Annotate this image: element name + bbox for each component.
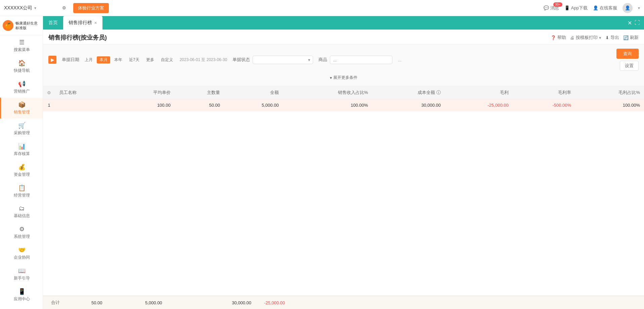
app-icon: 📱 bbox=[564, 5, 570, 10]
home-icon: 🏠 bbox=[18, 59, 26, 67]
date-tab-thismonth[interactable]: 本月 bbox=[97, 56, 110, 63]
sidebar-item-search[interactable]: ☰ 搜索菜单 bbox=[0, 35, 43, 56]
cell-sales-pct: 100.00% bbox=[283, 99, 372, 111]
goods-input[interactable] bbox=[330, 56, 392, 64]
sidebar: 🍊 畅康通好生意 标准版 ☰ 搜索菜单 🏠 快捷导航 📢 营销推广 📦 销售管理… bbox=[0, 16, 43, 309]
logo-text: 畅康通好生意 标准版 bbox=[15, 21, 38, 31]
date-tab-custom[interactable]: 自定义 bbox=[158, 56, 176, 63]
tab-home[interactable]: 首页 bbox=[43, 16, 63, 30]
sidebar-item-sales[interactable]: 📦 销售管理 bbox=[0, 98, 43, 118]
inventory-icon: 📊 bbox=[18, 143, 26, 150]
sidebar-label-appcenter: 应用中心 bbox=[14, 296, 30, 302]
message-icon: 💬 bbox=[544, 5, 549, 10]
col-cost: 成本全额 ⓘ bbox=[372, 86, 445, 99]
table-container: ⚙ 员工名称 平均单价 主数量 全额 销售收入占比% 成本全额 ⓘ 毛利 毛利率… bbox=[43, 86, 644, 296]
sidebar-label-collab: 企业协同 bbox=[14, 255, 30, 260]
col-gross: 毛利 bbox=[445, 86, 513, 99]
footer-label: 合计 bbox=[47, 300, 87, 306]
date-tab-more[interactable]: 更多 bbox=[143, 56, 157, 63]
tab-close-all-icon[interactable]: ✕ bbox=[628, 20, 632, 26]
tab-sales-ranking[interactable]: 销售排行榜 ✕ bbox=[63, 16, 102, 30]
sidebar-item-quicknav[interactable]: 🏠 快捷导航 bbox=[0, 56, 43, 77]
sidebar-label-purchase: 采购管理 bbox=[14, 130, 30, 136]
status-select[interactable] bbox=[253, 56, 313, 64]
settings-icon[interactable]: ⚙ bbox=[59, 3, 69, 13]
expand-label: 展开更多条件 bbox=[333, 75, 357, 81]
sidebar-item-basicinfo[interactable]: 🗂 基础信息 bbox=[0, 202, 43, 222]
settings-button[interactable]: 设置 bbox=[620, 61, 639, 71]
page-title: 销售排行榜(按业务员) bbox=[48, 34, 107, 42]
tab-maximize-icon[interactable]: ⛶ bbox=[635, 20, 640, 26]
company-name: XXXXXX公司 bbox=[4, 5, 32, 11]
app-download-btn[interactable]: 📱 App下载 bbox=[564, 5, 588, 11]
basicinfo-icon: 🗂 bbox=[19, 205, 25, 212]
sidebar-item-collab[interactable]: 🤝 企业协同 bbox=[0, 243, 43, 264]
tab-close-icon[interactable]: ✕ bbox=[94, 21, 97, 25]
status-filter-label: 单据状态 bbox=[232, 57, 250, 63]
system-icon: ⚙ bbox=[19, 225, 25, 233]
appcenter-icon: 📱 bbox=[18, 288, 26, 295]
sidebar-label-quicknav: 快捷导航 bbox=[14, 68, 30, 73]
cell-gross: -25,000.00 bbox=[445, 99, 513, 111]
col-sales-pct: 销售收入占比% bbox=[283, 86, 372, 99]
sidebar-item-inventory[interactable]: 📊 库存核算 bbox=[0, 139, 43, 160]
export-btn[interactable]: ⬇ 导出 bbox=[605, 35, 619, 41]
data-table: ⚙ 员工名称 平均单价 主数量 全额 销售收入占比% 成本全额 ⓘ 毛利 毛利率… bbox=[43, 86, 644, 111]
finance-icon: 💰 bbox=[18, 163, 26, 171]
query-button[interactable]: 查询 bbox=[616, 49, 639, 59]
sidebar-logo: 🍊 畅康通好生意 标准版 bbox=[0, 16, 43, 35]
top-header: XXXXXX公司 ▾ ⚙ 体验行业方案 💬 消息 99+ 📱 App下载 👤 在… bbox=[0, 0, 644, 16]
footer-amount: 5,000.00 bbox=[141, 300, 181, 305]
col-gross-rate: 毛利率 bbox=[513, 86, 575, 99]
avatar[interactable]: 👤 bbox=[622, 3, 633, 13]
sidebar-item-wechat[interactable]: 💬 企业微信 bbox=[0, 305, 43, 309]
sidebar-label-search: 搜索菜单 bbox=[14, 47, 30, 53]
date-tab-lastmonth[interactable]: 上月 bbox=[82, 56, 95, 63]
cell-gross-pct: 100.00% bbox=[575, 99, 644, 111]
refresh-label: 刷新 bbox=[630, 35, 639, 41]
sidebar-label-basicinfo: 基础信息 bbox=[14, 213, 30, 219]
guide-icon: 📖 bbox=[18, 267, 26, 274]
chevron-down-icon: ▾ bbox=[330, 75, 332, 80]
refresh-btn[interactable]: 🔄 刷新 bbox=[623, 35, 639, 41]
content-area: 首页 销售排行榜 ✕ ✕ ⛶ 销售排行榜(按业务员) ❓ 帮助 bbox=[43, 16, 644, 309]
page-header: 销售排行榜(按业务员) ❓ 帮助 🖨 按模板打印 ▾ ⬇ 导出 bbox=[43, 30, 644, 45]
sidebar-item-finance[interactable]: 💰 资金管理 bbox=[0, 160, 43, 181]
expand-more-btn[interactable]: ▾ 展开更多条件 bbox=[48, 73, 639, 82]
service-label: 在线客服 bbox=[600, 5, 617, 11]
operations-icon: 📋 bbox=[18, 184, 26, 192]
cell-rank: 1 bbox=[43, 99, 55, 111]
help-btn[interactable]: ❓ 帮助 bbox=[551, 35, 566, 41]
date-range-display: 2023-06-01 至 2023-06-30 bbox=[180, 57, 227, 63]
online-service-btn[interactable]: 👤 在线客服 bbox=[593, 5, 617, 11]
sidebar-item-marketing[interactable]: 📢 营销推广 bbox=[0, 77, 43, 98]
filter-toggle-btn[interactable]: ▶ bbox=[48, 56, 56, 64]
purchase-icon: 🛒 bbox=[18, 122, 26, 129]
sidebar-item-purchase[interactable]: 🛒 采购管理 bbox=[0, 118, 43, 139]
sidebar-item-system[interactable]: ⚙ 系统管理 bbox=[0, 222, 43, 243]
print-icon: 🖨 bbox=[570, 35, 574, 40]
sidebar-item-appcenter[interactable]: 📱 应用中心 bbox=[0, 285, 43, 305]
export-label: 导出 bbox=[610, 35, 619, 41]
sidebar-item-operations[interactable]: 📋 经营管理 bbox=[0, 181, 43, 202]
date-tab-thisyear[interactable]: 本年 bbox=[112, 56, 125, 63]
sidebar-label-system: 系统管理 bbox=[14, 234, 30, 240]
page-actions: ❓ 帮助 🖨 按模板打印 ▾ ⬇ 导出 🔄 刷新 bbox=[551, 35, 639, 41]
company-selector[interactable]: XXXXXX公司 ▾ bbox=[4, 5, 58, 11]
main-layout: 🍊 畅康通好生意 标准版 ☰ 搜索菜单 🏠 快捷导航 📢 营销推广 📦 销售管理… bbox=[0, 16, 644, 309]
template-print-btn[interactable]: 🖨 按模板打印 ▾ bbox=[570, 35, 601, 41]
help-icon: ❓ bbox=[551, 35, 556, 40]
chevron-down-icon: ▾ bbox=[34, 6, 36, 10]
col-settings[interactable]: ⚙ bbox=[43, 86, 55, 99]
message-btn[interactable]: 💬 消息 99+ bbox=[544, 5, 559, 11]
status-filter-group: 单据状态 bbox=[232, 56, 313, 64]
sidebar-item-guide[interactable]: 📖 新手引导 bbox=[0, 264, 43, 285]
trial-button[interactable]: 体验行业方案 bbox=[73, 3, 109, 13]
help-label: 帮助 bbox=[557, 35, 566, 41]
page-content: 销售排行榜(按业务员) ❓ 帮助 🖨 按模板打印 ▾ ⬇ 导出 bbox=[43, 30, 644, 309]
date-tab-7days[interactable]: 近7天 bbox=[126, 56, 142, 63]
sales-icon: 📦 bbox=[18, 101, 26, 108]
col-quantity: 主数量 bbox=[175, 86, 224, 99]
message-badge: 99+ bbox=[553, 2, 562, 7]
table-footer: 合计 50.00 5,000.00 30,000.00 -25,000.00 bbox=[43, 296, 644, 309]
